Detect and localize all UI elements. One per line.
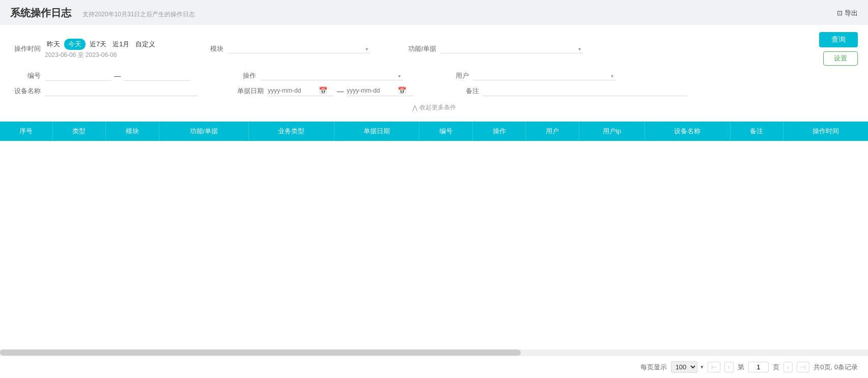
collapse-label: 收起更多条件 xyxy=(419,103,456,112)
module-select-wrap: ▾ xyxy=(228,44,370,53)
time-btn-today[interactable]: 今天 xyxy=(64,39,86,50)
col-biz-type: 业务类型 xyxy=(249,122,334,141)
table-wrap: 序号 类型 模块 功能/单据 业务类型 单据日期 编号 操作 用户 用户ip 设… xyxy=(0,122,868,350)
col-type: 类型 xyxy=(52,122,105,141)
function-field-group: 功能/单据 ▾ xyxy=(406,44,583,53)
time-btn-1month[interactable]: 近1月 xyxy=(110,39,131,50)
query-button[interactable]: 查询 xyxy=(819,32,858,47)
filter-panel: 操作时间 昨天 今天 近7天 近1月 自定义 2023-06-06 至 2023… xyxy=(0,25,868,122)
time-range: 2023-06-06 至 2023-06-06 xyxy=(45,51,157,60)
function-select[interactable] xyxy=(440,44,583,52)
time-buttons: 昨天 今天 近7天 近1月 自定义 xyxy=(45,39,157,50)
number-end-input[interactable] xyxy=(124,71,190,81)
settings-button[interactable]: 设置 xyxy=(823,51,858,66)
filter-row-3: 设备名称 单据日期 📅 — 📅 备注 xyxy=(10,86,858,96)
device-input[interactable] xyxy=(45,86,198,96)
module-field-group: 模块 ▾ xyxy=(193,44,370,53)
number-label: 编号 xyxy=(10,71,41,80)
remark-input[interactable] xyxy=(483,86,687,96)
col-device: 设备名称 xyxy=(645,122,730,141)
operation-label: 操作 xyxy=(226,71,256,80)
scroll-track[interactable] xyxy=(0,350,868,356)
time-label: 操作时间 xyxy=(10,44,41,53)
date-start-input[interactable] xyxy=(268,87,319,94)
module-label: 模块 xyxy=(193,44,223,53)
page-label: 第 xyxy=(738,363,744,372)
page-size-select[interactable]: 100 50 200 xyxy=(671,361,697,373)
col-function: 功能/单据 xyxy=(159,122,248,141)
module-select[interactable] xyxy=(228,44,370,52)
collapse-bar: ⋀ 收起更多条件 xyxy=(10,101,858,116)
col-seq: 序号 xyxy=(0,122,52,141)
prev-page-button[interactable]: ‹ xyxy=(724,362,734,372)
collapse-button[interactable]: ⋀ 收起更多条件 xyxy=(412,103,456,112)
col-module: 模块 xyxy=(106,122,159,141)
total-info: 共0页, 0条记录 xyxy=(814,363,858,372)
calendar-start-icon[interactable]: 📅 xyxy=(319,86,327,95)
remark-field-group: 备注 xyxy=(449,86,687,96)
number-start-input[interactable] xyxy=(45,71,111,81)
export-button[interactable]: ⊡ 导出 xyxy=(837,9,858,18)
device-label: 设备名称 xyxy=(10,86,41,96)
user-select-wrap: ▾ xyxy=(473,71,615,80)
col-voucher-date: 单据日期 xyxy=(334,122,419,141)
pagination-bar: 每页显示 100 50 200 ▾ ⊢ ‹ 第 1 页 › ⊣ 共0页, 0条记… xyxy=(0,356,868,378)
date-start-wrap: 📅 xyxy=(268,86,334,96)
time-btn-custom[interactable]: 自定义 xyxy=(133,39,157,50)
time-filter-group: 操作时间 昨天 今天 近7天 近1月 自定义 2023-06-06 至 2023… xyxy=(10,39,157,60)
device-field-group: 设备名称 xyxy=(10,86,198,96)
date-end-input[interactable] xyxy=(347,87,398,94)
calendar-end-icon[interactable]: 📅 xyxy=(398,86,406,95)
date-dash: — xyxy=(337,88,344,95)
time-btn-yesterday[interactable]: 昨天 xyxy=(45,39,62,50)
time-btn-7days[interactable]: 近7天 xyxy=(88,39,108,50)
page-header: 系统操作日志 支持2020年10月31日之后产生的操作日志 ⊡ 导出 xyxy=(0,0,868,25)
page-container: 系统操作日志 支持2020年10月31日之后产生的操作日志 ⊡ 导出 操作时间 … xyxy=(0,0,868,378)
user-select[interactable] xyxy=(473,71,615,79)
header-title-wrap: 系统操作日志 支持2020年10月31日之后产生的操作日志 xyxy=(10,6,195,20)
remark-label: 备注 xyxy=(449,86,479,96)
page-size-chevron-icon: ▾ xyxy=(701,364,704,370)
page-unit: 页 xyxy=(773,363,779,372)
first-page-button[interactable]: ⊢ xyxy=(708,362,720,372)
function-label: 功能/单据 xyxy=(406,44,436,53)
col-user: 用户 xyxy=(526,122,579,141)
col-op-time: 操作时间 xyxy=(783,122,868,141)
voucher-date-label: 单据日期 xyxy=(233,86,264,96)
operation-select-wrap: ▾ xyxy=(260,71,403,80)
last-page-button[interactable]: ⊣ xyxy=(797,362,809,372)
col-number: 编号 xyxy=(419,122,472,141)
page-subtitle: 支持2020年10月31日之后产生的操作日志 xyxy=(82,10,195,19)
table-header: 序号 类型 模块 功能/单据 业务类型 单据日期 编号 操作 用户 用户ip 设… xyxy=(0,122,868,141)
col-operation: 操作 xyxy=(472,122,525,141)
operation-field-group: 操作 ▾ xyxy=(226,71,403,80)
number-field-group: 编号 — xyxy=(10,71,190,81)
scroll-thumb xyxy=(0,350,521,356)
page-title: 系统操作日志 xyxy=(10,6,71,20)
date-end-wrap: 📅 xyxy=(347,86,413,96)
voucher-date-field-group: 单据日期 📅 — 📅 xyxy=(233,86,413,96)
function-select-wrap: ▾ xyxy=(440,44,583,53)
col-remark: 备注 xyxy=(730,122,783,141)
collapse-chevron-icon: ⋀ xyxy=(412,104,417,111)
col-user-ip: 用户ip xyxy=(579,122,645,141)
export-label: 导出 xyxy=(845,9,858,18)
next-page-button[interactable]: › xyxy=(783,362,793,372)
data-table: 序号 类型 模块 功能/单据 业务类型 单据日期 编号 操作 用户 用户ip 设… xyxy=(0,122,868,141)
operation-select[interactable] xyxy=(260,71,403,79)
number-dash: — xyxy=(114,72,121,80)
current-page-input[interactable]: 1 xyxy=(748,362,769,372)
export-icon: ⊡ xyxy=(837,9,843,17)
per-page-label: 每页显示 xyxy=(640,363,667,372)
user-field-group: 用户 ▾ xyxy=(438,71,615,80)
filter-row-1: 操作时间 昨天 今天 近7天 近1月 自定义 2023-06-06 至 2023… xyxy=(10,32,858,66)
table-header-row: 序号 类型 模块 功能/单据 业务类型 单据日期 编号 操作 用户 用户ip 设… xyxy=(0,122,868,141)
user-label: 用户 xyxy=(438,71,469,80)
filter-row-2: 编号 — 操作 ▾ 用户 xyxy=(10,71,858,81)
action-buttons-group: 查询 设置 xyxy=(819,32,858,66)
